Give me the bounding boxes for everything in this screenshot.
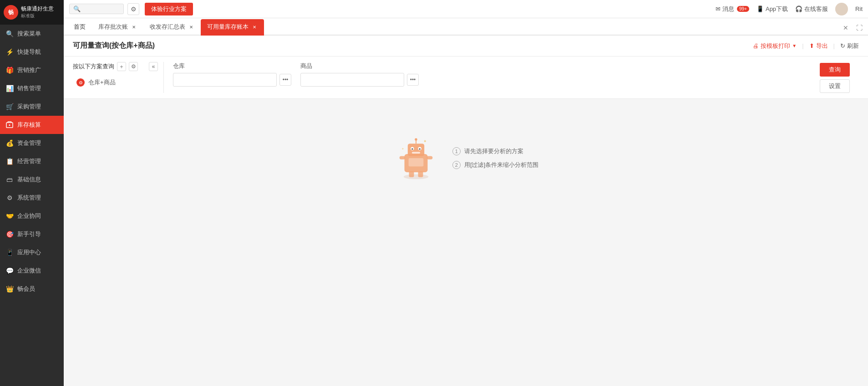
tab-batch-account-label: 库存批次账 — [98, 23, 128, 31]
goods-more-button[interactable]: ••• — [407, 74, 419, 86]
svg-rect-16 — [418, 171, 423, 177]
sidebar-item-sales[interactable]: 📊 销售管理 — [0, 79, 64, 98]
tab-available-stock-label: 可用量库存账本 — [207, 23, 249, 31]
sidebar-item-label: 新手引导 — [17, 230, 41, 238]
sidebar-item-appcenter[interactable]: 📱 应用中心 — [0, 243, 64, 262]
collapse-scheme-button[interactable]: « — [149, 62, 158, 71]
sidebar-item-member[interactable]: 👑 畅会员 — [0, 280, 64, 298]
sidebar-item-operation[interactable]: 📋 经营管理 — [0, 152, 64, 170]
filter-group-warehouse: 仓库 ••• — [173, 62, 291, 87]
sidebar-item-label: 经营管理 — [17, 157, 41, 165]
warehouse-label: 仓库 — [173, 62, 291, 70]
sidebar-item-basic[interactable]: 🗃 基础信息 — [0, 170, 64, 189]
svg-text:✦: ✦ — [423, 139, 427, 144]
headset-icon: 🎧 — [795, 5, 802, 12]
topbar-right-section: ✉ 消息 99+ 📱 App下载 🎧 在线客服 Rit — [716, 3, 863, 15]
sidebar-app-info: 畅康通好生意 标准版 — [21, 5, 54, 19]
username-label[interactable]: Rit — [855, 5, 863, 12]
refresh-button[interactable]: ↻ 刷新 — [840, 42, 859, 50]
scheme-icon: ⚙ — [76, 78, 85, 87]
topbar-search-box[interactable]: 🔍 — [69, 4, 124, 14]
sidebar-item-system[interactable]: ⚙ 系统管理 — [0, 189, 64, 207]
tab-receipt-summary[interactable]: 收发存汇总表 ✕ — [143, 19, 201, 36]
empty-state-content: ✦ ✦ 1 请先选择要分析的方案 2 用[过滤]条件来缩小分析范围 — [393, 135, 538, 181]
empty-state: ✦ ✦ 1 请先选择要分析的方案 2 用[过滤]条件来缩小分析范围 — [64, 99, 868, 217]
sidebar-item-label: 资金管理 — [17, 139, 41, 147]
goods-input[interactable] — [300, 73, 404, 87]
sidebar-item-label: 畅会员 — [17, 285, 35, 293]
tabbar-right-buttons: ✕ ⛶ — [841, 23, 864, 35]
svg-point-10 — [415, 138, 417, 140]
basic-icon: 🗃 — [5, 175, 14, 184]
edit-scheme-button[interactable]: ⚙ — [129, 62, 138, 71]
sidebar-item-label: 应用中心 — [17, 248, 41, 257]
tip-item-2: 2 用[过滤]条件来缩小分析范围 — [452, 161, 538, 169]
close-tab-button[interactable]: ✕ — [841, 23, 851, 33]
goods-label: 商品 — [300, 62, 419, 70]
message-badge: 99+ — [737, 6, 749, 12]
tab-home[interactable]: 首页 — [67, 19, 92, 36]
sidebar-item-label: 搜索菜单 — [17, 30, 41, 38]
tip-item-1: 1 请先选择要分析的方案 — [452, 147, 538, 155]
add-scheme-button[interactable]: ＋ — [117, 62, 126, 71]
svg-point-1 — [9, 124, 10, 126]
sidebar-item-label: 采购管理 — [17, 103, 41, 111]
tab-home-label: 首页 — [74, 23, 86, 31]
messages-button[interactable]: ✉ 消息 99+ — [716, 5, 749, 13]
svg-rect-12 — [409, 158, 424, 166]
main-area: 🔍 ⚙ 体验行业方案 ✉ 消息 99+ 📱 App下载 🎧 在线客服 Rit — [64, 0, 868, 386]
sidebar-scroll: 🔍 搜索菜单 ⚡ 快捷导航 🎁 营销推广 📊 销售管理 🛒 采购管理 — [0, 25, 64, 386]
message-icon: ✉ — [716, 5, 721, 12]
sidebar-item-cooperation[interactable]: 🤝 企业协同 — [0, 207, 64, 225]
scheme-item-label: 仓库+商品 — [88, 78, 116, 87]
search-input[interactable] — [82, 6, 119, 12]
export-label: 导出 — [816, 42, 828, 50]
phone-icon: 📱 — [756, 5, 764, 12]
maximize-tab-button[interactable]: ⛶ — [854, 23, 864, 33]
warehouse-input[interactable] — [173, 73, 277, 87]
filter-group-goods: 商品 ••• — [300, 62, 419, 87]
warehouse-more-button[interactable]: ••• — [279, 74, 291, 86]
wechat-icon: 💬 — [5, 267, 14, 275]
tab-close-available-stock[interactable]: ✕ — [251, 24, 258, 30]
sidebar-item-marketing[interactable]: 🎁 营销推广 — [0, 61, 64, 79]
chart-icon: 📊 — [5, 84, 14, 93]
tab-batch-account[interactable]: 库存批次账 ✕ — [92, 19, 143, 36]
sidebar-item-search[interactable]: 🔍 搜索菜单 — [0, 25, 64, 43]
sidebar-item-purchase[interactable]: 🛒 采购管理 — [0, 98, 64, 116]
inventory-icon — [5, 121, 14, 129]
tab-close-batch-account[interactable]: ✕ — [131, 24, 137, 30]
sidebar-item-label: 企业微信 — [17, 267, 41, 275]
tab-available-stock[interactable]: 可用量库存账本 ✕ — [201, 19, 264, 36]
scheme-item-warehouse-goods[interactable]: ⚙ 仓库+商品 — [73, 76, 158, 89]
export-button[interactable]: ⬆ 导出 — [809, 42, 828, 50]
query-button[interactable]: 查询 — [820, 63, 850, 77]
app-download-label: App下载 — [766, 5, 788, 13]
sidebar-item-label: 销售管理 — [17, 84, 41, 93]
svg-rect-15 — [409, 171, 414, 177]
settings-gear-button[interactable]: ⚙ — [127, 3, 139, 15]
sidebar-item-finance[interactable]: 💰 资金管理 — [0, 134, 64, 152]
search-icon: 🔍 — [73, 5, 81, 12]
tab-close-receipt-summary[interactable]: ✕ — [188, 24, 194, 30]
topbar: 🔍 ⚙ 体验行业方案 ✉ 消息 99+ 📱 App下载 🎧 在线客服 Rit — [64, 0, 868, 18]
refresh-label: 刷新 — [847, 42, 859, 50]
sidebar-logo: 畅 — [4, 5, 18, 20]
sidebar-item-wechat[interactable]: 💬 企业微信 — [0, 262, 64, 280]
settings-button[interactable]: 设置 — [820, 79, 850, 93]
app-download-button[interactable]: 📱 App下载 — [756, 5, 788, 13]
warehouse-input-row: ••• — [173, 73, 291, 87]
print-dropdown-icon[interactable]: ▼ — [792, 43, 797, 48]
page-header-actions: 🖨 按模板打印 ▼ | ⬆ 导出 | ↻ 刷新 — [753, 42, 859, 50]
query-scheme-label: 按以下方案查询 — [73, 62, 114, 71]
system-icon: ⚙ — [5, 194, 14, 202]
online-support-button[interactable]: 🎧 在线客服 — [795, 5, 828, 13]
query-area: 按以下方案查询 ＋ ⚙ « ⚙ 仓库+商品 仓库 ••• — [64, 57, 868, 98]
print-button[interactable]: 🖨 按模板打印 ▼ — [753, 42, 797, 50]
sidebar-item-newbie[interactable]: 🎯 新手引导 — [0, 225, 64, 243]
industry-solution-button[interactable]: 体验行业方案 — [145, 3, 193, 15]
sidebar-item-shortcut[interactable]: ⚡ 快捷导航 — [0, 43, 64, 61]
sidebar-item-inventory[interactable]: 库存核算 — [0, 116, 64, 134]
sidebar-app-name: 畅康通好生意 — [21, 5, 54, 13]
page-header: 可用量查询(按仓库+商品) 🖨 按模板打印 ▼ | ⬆ 导出 | ↻ 刷新 — [64, 36, 868, 57]
